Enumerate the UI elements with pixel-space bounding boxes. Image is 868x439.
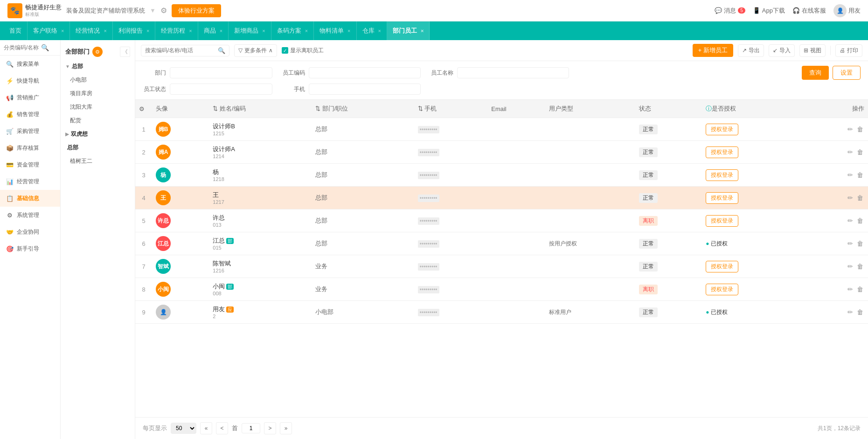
close-history-icon[interactable]: × bbox=[189, 28, 192, 34]
dept-item-project[interactable]: 项目库房 bbox=[61, 87, 135, 100]
tab-employee[interactable]: 部门员工 × bbox=[387, 21, 430, 40]
show-resigned-check[interactable]: ✓ 显示离职员工 bbox=[282, 47, 324, 55]
print-button[interactable]: 🖨 打印 bbox=[835, 44, 862, 57]
cell-name-code: 小闽部 008 bbox=[209, 278, 312, 301]
close-profit-icon[interactable]: × bbox=[146, 28, 149, 34]
auth-button[interactable]: 授权登录 bbox=[706, 215, 738, 227]
last-page-button[interactable]: » bbox=[280, 422, 292, 434]
edit-button[interactable]: ✏ bbox=[847, 193, 854, 202]
edit-button[interactable]: ✏ bbox=[847, 307, 854, 317]
tab-goods[interactable]: 商品 × bbox=[198, 21, 229, 40]
auth-button[interactable]: 授权登录 bbox=[706, 146, 738, 158]
delete-button[interactable]: 🗑 bbox=[856, 285, 864, 294]
add-employee-button[interactable]: + 新增员工 bbox=[693, 44, 733, 57]
sidebar-item-purchase[interactable]: 🛒 采购管理 bbox=[0, 123, 60, 139]
sidebar-item-marketing[interactable]: 📢 营销推广 bbox=[0, 89, 60, 106]
dept-tag-button[interactable]: ⚙ bbox=[92, 47, 103, 57]
sidebar-item-quicknav[interactable]: ⚡ 快捷导航 bbox=[0, 72, 60, 89]
app-download-item[interactable]: 📱 App下载 bbox=[753, 7, 785, 15]
edit-button[interactable]: ✏ bbox=[847, 262, 854, 271]
sidebar-item-sales[interactable]: 💰 销售管理 bbox=[0, 106, 60, 123]
delete-button[interactable]: 🗑 bbox=[856, 147, 864, 157]
sidebar-item-mgmt[interactable]: 📊 经营管理 bbox=[0, 173, 60, 190]
edit-button[interactable]: ✏ bbox=[847, 125, 854, 134]
tab-customer[interactable]: 客户联络 × bbox=[28, 21, 70, 40]
user-item[interactable]: 👤 用友 bbox=[833, 4, 861, 17]
dept-item-distribution[interactable]: 配货 bbox=[61, 114, 135, 127]
filter-empcode-input[interactable] bbox=[309, 67, 421, 78]
tab-profit[interactable]: 利润报告 × bbox=[113, 21, 155, 40]
auth-button[interactable]: 授权登录 bbox=[706, 284, 738, 295]
sidebar-item-guide[interactable]: 🎯 新手引导 bbox=[0, 240, 60, 257]
sidebar-item-basic[interactable]: 📋 基础信息 bbox=[0, 190, 60, 207]
dept-item-shenyang[interactable]: 沈阳大库 bbox=[61, 100, 135, 114]
next-page-button[interactable]: > bbox=[264, 422, 276, 434]
filter-phone-input[interactable] bbox=[309, 84, 421, 95]
auth-button[interactable]: 授权登录 bbox=[706, 261, 738, 272]
sidebar-item-finance[interactable]: 💳 资金管理 bbox=[0, 156, 60, 173]
delete-button[interactable]: 🗑 bbox=[856, 216, 864, 225]
close-operation-icon[interactable]: × bbox=[104, 28, 106, 34]
tab-warehouse[interactable]: 仓库 × bbox=[357, 21, 387, 40]
export-button[interactable]: ↗ 导出 bbox=[738, 44, 764, 57]
reset-button[interactable]: 设置 bbox=[833, 66, 861, 80]
dept-item-zhishu[interactable]: 植树王二 bbox=[61, 154, 135, 168]
query-button[interactable]: 查询 bbox=[802, 66, 829, 80]
delete-button[interactable]: 🗑 bbox=[856, 170, 864, 180]
delete-button[interactable]: 🗑 bbox=[856, 239, 864, 248]
tab-barcode[interactable]: 条码方案 × bbox=[271, 21, 314, 40]
close-customer-icon[interactable]: × bbox=[61, 28, 64, 34]
sidebar-item-inventory[interactable]: 📦 库存核算 bbox=[0, 139, 60, 156]
first-page-button[interactable]: « bbox=[200, 422, 212, 434]
import-button[interactable]: ↙ 导入 bbox=[769, 44, 795, 57]
edit-button[interactable]: ✏ bbox=[847, 239, 854, 248]
service-item[interactable]: 🎧 在线客服 bbox=[792, 7, 826, 15]
employee-search-input[interactable] bbox=[145, 47, 215, 54]
page-number-input[interactable] bbox=[242, 423, 260, 433]
delete-button[interactable]: 🗑 bbox=[856, 193, 864, 202]
tab-history[interactable]: 经营历程 × bbox=[155, 21, 198, 40]
sidebar-item-search[interactable]: 🔍 搜索菜单 bbox=[0, 56, 60, 72]
close-employee-icon[interactable]: × bbox=[421, 28, 424, 34]
page-size-select[interactable]: 50 100 bbox=[171, 423, 196, 434]
edit-button[interactable]: ✏ bbox=[847, 216, 854, 225]
edit-button[interactable]: ✏ bbox=[847, 170, 854, 180]
auth-button[interactable]: 授权登录 bbox=[706, 192, 738, 204]
dept-item-xiaodian[interactable]: 小电部 bbox=[61, 73, 135, 87]
message-item[interactable]: 💬 消息 5 bbox=[715, 7, 745, 15]
delete-button[interactable]: 🗑 bbox=[856, 307, 864, 317]
close-barcode-icon[interactable]: × bbox=[305, 28, 308, 34]
dept-group-zongbu2[interactable]: 总部 bbox=[61, 141, 135, 154]
close-warehouse-icon[interactable]: × bbox=[378, 28, 381, 34]
filter-empname-input[interactable] bbox=[457, 67, 569, 78]
show-resigned-checkbox[interactable]: ✓ bbox=[282, 47, 288, 54]
auth-button[interactable]: 授权登录 bbox=[706, 124, 738, 135]
auth-button[interactable]: 授权登录 bbox=[706, 169, 738, 181]
delete-button[interactable]: 🗑 bbox=[856, 125, 864, 134]
tab-operation[interactable]: 经营情况 × bbox=[70, 21, 112, 40]
close-goods-icon[interactable]: × bbox=[220, 28, 222, 34]
tab-home[interactable]: 首页 bbox=[4, 21, 28, 40]
sidebar-search-input[interactable] bbox=[4, 44, 41, 51]
filter-dept-select[interactable] bbox=[170, 67, 272, 78]
dept-group-zongbu[interactable]: ▼ 总部 bbox=[61, 60, 135, 73]
dept-all-label[interactable]: 全部部门 bbox=[65, 48, 90, 56]
dept-group-shuanghu[interactable]: ▶ 双虎想 bbox=[61, 127, 135, 141]
view-button[interactable]: ⊞ 视图 bbox=[799, 44, 826, 57]
filter-status-select[interactable] bbox=[170, 84, 272, 95]
close-addgoods-icon[interactable]: × bbox=[262, 28, 265, 34]
settings-icon[interactable]: ⚙ bbox=[139, 105, 145, 112]
edit-button[interactable]: ✏ bbox=[847, 147, 854, 157]
more-filter-button[interactable]: ▽ 更多条件 ∧ bbox=[234, 44, 277, 57]
delete-button[interactable]: 🗑 bbox=[856, 262, 864, 271]
sidebar-item-collab[interactable]: 🤝 企业协同 bbox=[0, 223, 60, 240]
sidebar-item-system[interactable]: ⚙ 系统管理 bbox=[0, 207, 60, 223]
edit-button[interactable]: ✏ bbox=[847, 285, 854, 294]
gear-button[interactable]: ⚙ bbox=[160, 6, 167, 15]
close-bom-icon[interactable]: × bbox=[347, 28, 350, 34]
prev-page-button[interactable]: < bbox=[216, 422, 228, 434]
tab-bom[interactable]: 物料清单 × bbox=[314, 21, 356, 40]
trial-button[interactable]: 体验行业方案 bbox=[172, 4, 221, 17]
tab-addgoods[interactable]: 新增商品 × bbox=[229, 21, 271, 40]
collapse-button[interactable]: 《 bbox=[120, 47, 130, 57]
